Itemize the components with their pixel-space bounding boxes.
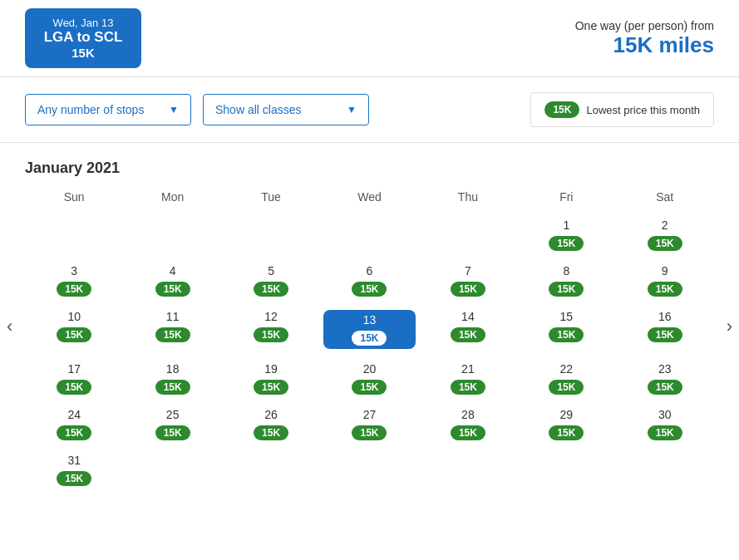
calendar-day-cell[interactable]: 27 15K [320, 401, 418, 447]
calendar-day-cell[interactable]: 8 15K [517, 258, 615, 303]
day-number: 6 [323, 264, 415, 278]
calendar-day-cell[interactable]: 21 15K [419, 356, 517, 401]
day-price: 15K [57, 471, 91, 486]
calendar-day-cell[interactable]: 4 15K [123, 258, 221, 303]
calendar-day-cell[interactable]: 11 15K [123, 303, 221, 356]
day-number: 14 [422, 310, 514, 323]
classes-label: Show all classes [215, 103, 302, 116]
day-price: 15K [352, 380, 387, 395]
day-price: 15K [254, 327, 288, 342]
calendar-day-cell[interactable]: 6 15K [320, 258, 418, 303]
day-price: 15K [155, 327, 190, 342]
day-price: 15K [57, 380, 91, 395]
calendar-day-cell[interactable]: 29 15K [517, 401, 615, 447]
filters-bar: Any number of stops ▼ Show all classes ▼… [0, 77, 739, 143]
calendar-day-cell[interactable]: 7 15K [419, 258, 517, 303]
calendar-day-cell[interactable]: 23 15K [616, 356, 714, 401]
calendar-day-cell [222, 212, 320, 258]
stops-dropdown[interactable]: Any number of stops ▼ [25, 94, 191, 125]
day-price: 15K [352, 331, 387, 346]
calendar-day-cell[interactable]: 2 15K [616, 212, 714, 258]
calendar-day-cell[interactable]: 25 15K [123, 401, 221, 447]
calendar-week-row: 10 15K11 15K12 15K 13 15K 14 15K15 15K16… [25, 303, 714, 356]
calendar-table: SunMonTueWedThuFriSat 1 15K2 15K3 15K4 1… [25, 190, 714, 493]
day-number: 23 [619, 362, 711, 376]
calendar-day-header: Tue [222, 190, 320, 212]
day-price: 15K [451, 282, 485, 297]
trip-card[interactable]: Wed, Jan 13 LGA to SCL 15K [25, 8, 141, 68]
calendar-day-cell[interactable]: 18 15K [123, 356, 221, 401]
calendar-month-title: January 2021 [25, 160, 714, 177]
day-number: 13 [330, 313, 408, 327]
calendar-day-cell[interactable]: 28 15K [419, 401, 517, 447]
day-number: 31 [28, 454, 120, 467]
calendar-day-cell [123, 447, 221, 493]
day-number: 8 [520, 264, 612, 278]
day-number: 28 [422, 408, 514, 421]
day-price: 15K [451, 380, 485, 395]
day-price: 15K [57, 282, 91, 297]
calendar-day-cell [25, 212, 123, 258]
day-price: 15K [155, 282, 190, 297]
day-price: 15K [549, 327, 584, 342]
calendar-day-cell [123, 212, 221, 258]
calendar-wrapper: ‹ January 2021 SunMonTueWedThuFriSat 1 1… [0, 143, 739, 509]
calendar-day-cell[interactable]: 31 15K [25, 447, 123, 493]
calendar-day-cell[interactable]: 15 15K [517, 303, 615, 356]
calendar-day-cell [320, 212, 418, 258]
day-price: 15K [648, 425, 682, 440]
calendar-day-cell [320, 447, 418, 493]
calendar-week-row: 3 15K4 15K5 15K6 15K7 15K8 15K9 15K [25, 258, 714, 303]
day-number: 4 [126, 264, 218, 278]
calendar-day-cell[interactable]: 13 15K [320, 303, 418, 356]
calendar-day-cell[interactable]: 12 15K [222, 303, 320, 356]
calendar-day-cell[interactable]: 24 15K [25, 401, 123, 447]
calendar-day-cell[interactable]: 19 15K [222, 356, 320, 401]
next-month-button[interactable]: › [727, 316, 732, 337]
day-number: 26 [225, 408, 317, 421]
trip-miles: 15K [40, 46, 126, 60]
day-price: 15K [451, 425, 485, 440]
calendar-week-row: 17 15K18 15K19 15K20 15K21 15K22 15K23 1… [25, 356, 714, 401]
trip-route: LGA to SCL [40, 29, 126, 46]
day-number: 9 [619, 264, 711, 278]
calendar-day-cell[interactable]: 22 15K [517, 356, 615, 401]
day-price: 15K [155, 380, 190, 395]
calendar-day-header: Sun [25, 190, 123, 212]
calendar-section: January 2021 SunMonTueWedThuFriSat 1 15K… [0, 143, 739, 509]
day-price: 15K [648, 236, 682, 251]
day-price: 15K [254, 282, 288, 297]
day-number: 21 [422, 362, 514, 376]
calendar-day-header: Thu [419, 190, 517, 212]
calendar-day-cell[interactable]: 20 15K [320, 356, 418, 401]
calendar-day-cell[interactable]: 16 15K [616, 303, 714, 356]
calendar-day-cell[interactable]: 30 15K [616, 401, 714, 447]
day-price: 15K [549, 425, 584, 440]
calendar-day-header: Mon [123, 190, 221, 212]
calendar-day-header: Fri [517, 190, 615, 212]
calendar-day-cell[interactable]: 14 15K [419, 303, 517, 356]
calendar-day-cell [222, 447, 320, 493]
price-miles: 15K miles [575, 32, 714, 58]
calendar-day-cell[interactable]: 9 15K [616, 258, 714, 303]
lowest-price-value: 15K [544, 101, 579, 118]
day-number: 29 [520, 408, 612, 421]
classes-dropdown[interactable]: Show all classes ▼ [203, 94, 369, 125]
calendar-day-cell[interactable]: 17 15K [25, 356, 123, 401]
calendar-day-cell [616, 447, 714, 493]
prev-month-button[interactable]: ‹ [7, 316, 12, 337]
calendar-day-cell[interactable]: 3 15K [25, 258, 123, 303]
day-price: 15K [549, 380, 584, 395]
calendar-day-header: Sat [616, 190, 714, 212]
lowest-price-badge: 15K Lowest price this month [530, 92, 714, 127]
calendar-week-row: 1 15K2 15K [25, 212, 714, 258]
calendar-day-cell[interactable]: 1 15K [517, 212, 615, 258]
calendar-day-cell [517, 447, 615, 493]
day-number: 15 [520, 310, 612, 323]
day-number: 30 [619, 408, 711, 421]
day-number: 19 [225, 362, 317, 376]
calendar-day-cell[interactable]: 5 15K [222, 258, 320, 303]
day-number: 7 [422, 264, 514, 278]
calendar-day-cell[interactable]: 26 15K [222, 401, 320, 447]
calendar-day-cell[interactable]: 10 15K [25, 303, 123, 356]
